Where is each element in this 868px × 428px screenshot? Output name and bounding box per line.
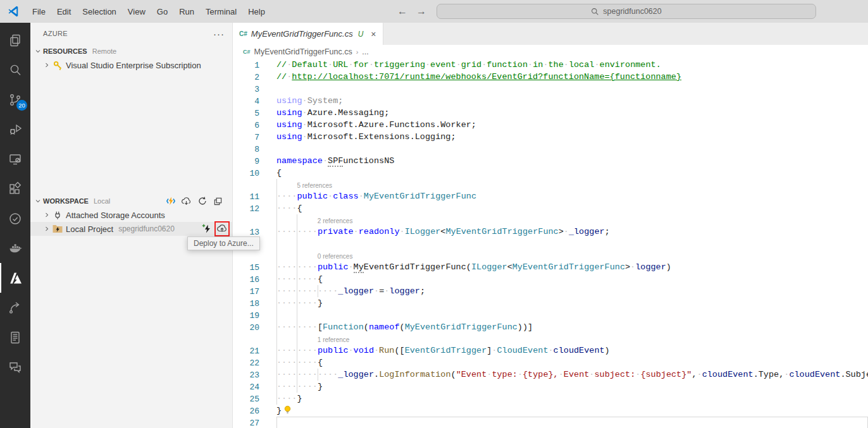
- workspace-section-header[interactable]: WORKSPACE Local: [30, 194, 232, 208]
- code-line[interactable]: 22 ········{: [233, 357, 868, 369]
- activity-share[interactable]: [0, 293, 30, 322]
- tab-myeventgridtriggerfunc[interactable]: C# MyEventGridTriggerFunc.cs U ×: [233, 23, 383, 45]
- create-function-icon[interactable]: [201, 223, 213, 235]
- codelens-row[interactable]: 0 references: [233, 250, 868, 261]
- code-line[interactable]: 2 //·http://localhost:7071/runtime/webho…: [233, 71, 868, 83]
- workspace-label: WORKSPACE: [43, 197, 89, 205]
- code-line[interactable]: 4 using·System;: [233, 95, 868, 107]
- line-number: 17: [233, 285, 259, 297]
- docker-icon: [8, 241, 23, 256]
- code-line[interactable]: 11 ····public·class·MyEventGridTriggerFu…: [233, 190, 868, 202]
- codelens-references[interactable]: 5 references: [297, 182, 332, 189]
- activity-extensions[interactable]: [0, 174, 30, 204]
- menu-edit[interactable]: Edit: [51, 4, 77, 19]
- menu-selection[interactable]: Selection: [77, 4, 121, 19]
- chevron-right-icon: [42, 224, 52, 234]
- codelens-references[interactable]: 2 references: [318, 217, 353, 224]
- codelens-row[interactable]: 2 references: [233, 214, 868, 226]
- code-line[interactable]: 10 {: [233, 167, 868, 179]
- tree-item-subscription[interactable]: Visual Studio Enterprise Subscription: [30, 58, 232, 72]
- codelens-references[interactable]: 0 references: [318, 253, 353, 260]
- code-line[interactable]: 19: [233, 309, 868, 321]
- search-icon: [591, 8, 599, 16]
- refresh-icon[interactable]: [197, 196, 208, 207]
- share-icon: [8, 300, 23, 315]
- code-line[interactable]: 16 ········{: [233, 273, 868, 285]
- line-number: 21: [233, 345, 259, 357]
- line-number: 2: [233, 71, 259, 83]
- menu-terminal[interactable]: Terminal: [200, 4, 242, 19]
- menu-go[interactable]: Go: [151, 4, 173, 19]
- command-center-search[interactable]: spegridfunc0620: [437, 4, 816, 19]
- activity-run-and-debug[interactable]: [0, 114, 30, 144]
- azure-functions-icon[interactable]: [165, 196, 176, 207]
- code-line[interactable]: 12 ····{: [233, 202, 868, 214]
- activity-docker[interactable]: [0, 233, 30, 263]
- code-line[interactable]: 23 ············_logger.LogInformation("E…: [233, 369, 868, 381]
- code-editor[interactable]: 1 //·Default·URL·for·triggering·event·gr…: [233, 59, 868, 428]
- function-project-folder-icon: [52, 224, 63, 234]
- code-line[interactable]: 17 ············_logger·=·logger;: [233, 285, 868, 297]
- code-line[interactable]: 18 ········}: [233, 297, 868, 309]
- code-line[interactable]: 9 namespace·SPFunctionsNS: [233, 155, 868, 167]
- local-project-name: spegridfunc0620: [118, 224, 175, 233]
- code-line[interactable]: 7 using·Microsoft.Extensions.Logging;: [233, 131, 868, 143]
- activity-search[interactable]: [0, 55, 30, 85]
- code-line[interactable]: 21 ········public·void·Run([EventGridTri…: [233, 345, 868, 357]
- code-line[interactable]: 6 using·Microsoft.Azure.Functions.Worker…: [233, 119, 868, 131]
- scm-badge: 20: [16, 100, 27, 111]
- code-line[interactable]: 3: [233, 83, 868, 95]
- extensions-icon: [8, 181, 23, 197]
- forward-arrow-icon[interactable]: →: [416, 6, 426, 17]
- activity-comments[interactable]: [0, 352, 30, 382]
- open-editors-icon[interactable]: [213, 196, 223, 207]
- tree-item-attached-storage[interactable]: Attached Storage Accounts: [30, 208, 232, 222]
- code-line[interactable]: 13 ········private·readonly·ILogger<MyEv…: [233, 226, 868, 238]
- menu-view[interactable]: View: [122, 4, 151, 19]
- resources-mode: Remote: [92, 47, 117, 55]
- code-line[interactable]: 27: [233, 417, 868, 428]
- menu-file[interactable]: File: [27, 4, 51, 19]
- cloud-download-icon[interactable]: [181, 196, 192, 207]
- chevron-down-icon: [33, 46, 43, 56]
- activity-explorer[interactable]: [0, 25, 30, 55]
- tree-item-local-project[interactable]: Local Project spegridfunc0620: [30, 222, 232, 236]
- panel-title: AZURE: [43, 30, 68, 37]
- breadcrumb-file[interactable]: MyEventGridTriggerFunc.cs: [254, 47, 352, 56]
- activity-testing[interactable]: [0, 204, 30, 233]
- line-number: 24: [233, 381, 259, 393]
- line-number: 8: [233, 143, 259, 155]
- activity-remote-explorer[interactable]: [0, 144, 30, 174]
- activity-azure[interactable]: [0, 263, 30, 293]
- line-number: 26: [233, 405, 259, 417]
- codelens-row[interactable]: 1 reference: [233, 333, 868, 345]
- lightbulb-icon[interactable]: [283, 405, 292, 418]
- code-line[interactable]: 8: [233, 143, 868, 155]
- codelens-references[interactable]: 1 reference: [318, 336, 350, 343]
- breadcrumb-more[interactable]: ...: [362, 47, 368, 56]
- search-icon: [8, 63, 23, 78]
- menu-run[interactable]: Run: [173, 4, 200, 19]
- run-debug-icon: [8, 122, 23, 137]
- search-value: spegridfunc0620: [603, 7, 661, 16]
- code-line[interactable]: 25 ····}: [233, 393, 868, 405]
- code-line[interactable]: 14: [233, 238, 868, 250]
- resources-section-header[interactable]: RESOURCES Remote: [30, 44, 232, 58]
- codelens-row[interactable]: 5 references: [233, 179, 868, 190]
- menu-help[interactable]: Help: [242, 4, 271, 19]
- code-line[interactable]: 1 //·Default·URL·for·triggering·event·gr…: [233, 59, 868, 71]
- deploy-to-azure-icon[interactable]: [216, 223, 228, 235]
- code-line[interactable]: 20 ········[Function(nameof(MyEventGridT…: [233, 321, 868, 333]
- activity-source-control[interactable]: 20: [0, 85, 30, 114]
- code-line[interactable]: 24 ········}: [233, 381, 868, 393]
- code-line[interactable]: 5 using·Azure.Messaging;: [233, 107, 868, 119]
- code-line[interactable]: 15 ········public·MyEventGridTriggerFunc…: [233, 261, 868, 273]
- more-actions-icon[interactable]: ···: [213, 28, 225, 39]
- close-icon[interactable]: ×: [371, 29, 376, 39]
- code-line[interactable]: 26 }: [233, 405, 868, 417]
- chevron-right-icon: [42, 210, 52, 220]
- git-untracked-badge: U: [358, 30, 364, 39]
- back-arrow-icon[interactable]: ←: [397, 6, 407, 17]
- line-number: 1: [233, 59, 259, 71]
- activity-report[interactable]: [0, 322, 30, 352]
